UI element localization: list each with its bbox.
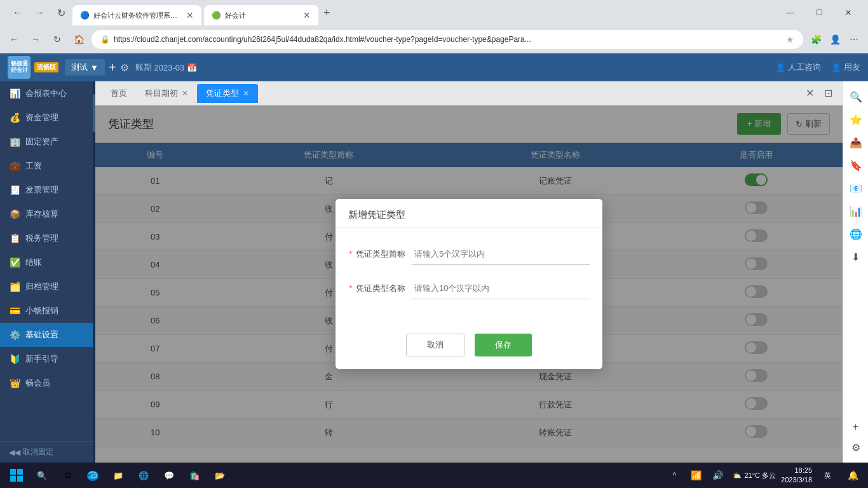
- sidebar-item-dashboard[interactable]: 📊 会报表中心: [0, 81, 95, 105]
- logo-badge-container: 流畅版: [34, 62, 58, 72]
- consultation-button[interactable]: 👤 人工咨询: [775, 62, 821, 73]
- tab1-close[interactable]: ✕: [186, 10, 194, 20]
- save-button[interactable]: 保存: [475, 334, 532, 356]
- new-tab-button[interactable]: +: [321, 6, 333, 20]
- sidebar-item-checkout[interactable]: ✅ 结账: [0, 250, 95, 274]
- maximize-button[interactable]: ☐: [804, 0, 834, 25]
- label-abbr-text: 凭证类型简称: [356, 249, 405, 259]
- home-nav[interactable]: 🏠: [70, 30, 88, 48]
- reload-nav[interactable]: ↻: [48, 30, 66, 48]
- close-button[interactable]: ✕: [834, 0, 863, 25]
- address-bar[interactable]: 🔒 https://cloud2.chanjet.com/accounting/…: [92, 30, 803, 49]
- edge-taskbar-button[interactable]: [81, 464, 104, 487]
- wages-icon: 💼: [9, 160, 20, 172]
- folder-button[interactable]: 📂: [208, 464, 231, 487]
- sidebar-item-capital[interactable]: 💰 资金管理: [0, 105, 95, 130]
- rs-add-icon[interactable]: +: [846, 417, 866, 437]
- lang-indicator[interactable]: 英: [817, 465, 837, 485]
- file-explorer-button[interactable]: 📁: [107, 464, 130, 487]
- browser-tab-2[interactable]: 🟢 好会计 ✕: [204, 5, 318, 25]
- search-taskbar-button[interactable]: 🔍: [31, 464, 53, 487]
- settings-icon: ⚙️: [9, 329, 20, 341]
- sidebar-item-label: 资金管理: [25, 112, 58, 123]
- sidebar-item-inventory[interactable]: 📦 库存核算: [0, 202, 95, 226]
- workspace-selector[interactable]: 测试 ▼: [65, 59, 105, 76]
- clock-date: 2023/3/18: [781, 475, 812, 485]
- svg-rect-2: [10, 476, 16, 482]
- tray-chevron-icon[interactable]: ^: [664, 465, 684, 485]
- edge-icon: [86, 469, 99, 482]
- network-icon[interactable]: 📶: [686, 465, 706, 485]
- star-icon[interactable]: ★: [786, 34, 794, 44]
- rs-search-icon[interactable]: 🔍: [846, 86, 866, 107]
- sidebar-item-label: 小畅报销: [25, 305, 58, 316]
- tab2-favicon: 🟢: [212, 11, 221, 20]
- sidebar-item-wages[interactable]: 💼 工资: [0, 154, 95, 178]
- wechat-button[interactable]: 💬: [158, 464, 180, 487]
- sidebar-item-archive[interactable]: 🗂️ 归档管理: [0, 274, 95, 299]
- input-abbr[interactable]: [412, 243, 590, 265]
- consultation-icon: 👤: [775, 63, 785, 72]
- rs-bookmark-icon[interactable]: 🔖: [846, 155, 866, 175]
- chrome-button[interactable]: 🌐: [132, 464, 155, 487]
- tab-voucher-type[interactable]: 凭证类型 ✕: [197, 84, 258, 103]
- logo-icon: 畅捷通好合计: [8, 56, 31, 79]
- rs-star-icon[interactable]: ⭐: [846, 109, 866, 130]
- weather-icon: ⛅: [733, 471, 742, 480]
- extensions-icon[interactable]: 🧩: [807, 30, 825, 48]
- sidebar-item-report[interactable]: 💳 小畅报销: [0, 299, 95, 323]
- profile-icon[interactable]: 👤: [826, 30, 844, 48]
- main-layout: 📊 会报表中心 💰 资金管理 🏢 固定资产 💼 工资 🧾 发票管理 📦 库存核算…: [0, 81, 868, 463]
- workspace-settings-button[interactable]: ⚙: [120, 62, 129, 74]
- start-button[interactable]: [5, 464, 28, 487]
- sidebar-item-guide[interactable]: 🔰 新手引导: [0, 347, 95, 371]
- sidebar-item-fixed-assets[interactable]: 🏢 固定资产: [0, 130, 95, 154]
- more-icon[interactable]: ⋯: [845, 30, 863, 48]
- user-icon: 👤: [831, 63, 841, 72]
- url-text: https://cloud2.chanjet.com/accounting/uh…: [114, 35, 782, 44]
- sidebar-item-settings[interactable]: ⚙️ 基础设置: [0, 323, 95, 347]
- volume-icon[interactable]: 🔊: [707, 465, 728, 485]
- tab-subject-close[interactable]: ✕: [182, 89, 188, 98]
- back-button[interactable]: ←: [9, 4, 27, 22]
- forward-button[interactable]: →: [31, 4, 48, 22]
- tab-subject-init[interactable]: 科目期初 ✕: [136, 84, 197, 103]
- back-nav[interactable]: ←: [5, 30, 23, 48]
- tab-home[interactable]: 首页: [102, 84, 136, 103]
- rs-translate-icon[interactable]: 🌐: [846, 224, 866, 244]
- add-workspace-button[interactable]: +: [109, 60, 116, 75]
- sidebar-item-tax[interactable]: 📋 税务管理: [0, 226, 95, 250]
- forward-nav[interactable]: →: [27, 30, 44, 48]
- clock[interactable]: 18:25 2023/3/18: [781, 466, 812, 485]
- rs-gear-icon[interactable]: ⚙: [846, 437, 866, 458]
- minimize-button[interactable]: —: [775, 0, 804, 25]
- label-name-text: 凭证类型名称: [356, 283, 405, 293]
- expand-button[interactable]: ⊡: [820, 86, 836, 100]
- tab2-title: 好会计: [225, 11, 246, 20]
- sidebar-item-invoice[interactable]: 🧾 发票管理: [0, 178, 95, 202]
- modal-body: * 凭证类型简称 * 凭证类型名称: [336, 228, 602, 327]
- cancel-button[interactable]: 取消: [406, 334, 465, 356]
- rs-share-icon[interactable]: 📤: [846, 132, 866, 152]
- modal-overlay[interactable]: 新增凭证类型 * 凭证类型简称 *: [95, 105, 843, 463]
- consultation-label: 人工咨询: [788, 62, 821, 73]
- unpin-label: 取消固定: [23, 447, 53, 458]
- user-button[interactable]: 👤 用友: [831, 62, 860, 73]
- tab-voucher-close[interactable]: ✕: [243, 89, 249, 98]
- unpin-button[interactable]: ◀◀ 取消固定: [0, 441, 95, 463]
- page-content: 凭证类型 + 新增 ↻ 刷新 编号 凭证类型简称 凭证类型名称: [95, 105, 843, 463]
- browser-tab-1[interactable]: 🔵 好会计云财务软件管理系统_会计 ✕: [72, 5, 201, 25]
- collapse-button[interactable]: ✕: [802, 86, 818, 100]
- tab2-close[interactable]: ✕: [303, 10, 311, 20]
- sidebar-item-member[interactable]: 👑 畅会员: [0, 371, 95, 395]
- task-view-button[interactable]: ⧉: [56, 464, 79, 487]
- rs-download-icon[interactable]: ⬇: [846, 247, 866, 267]
- notification-button[interactable]: 🔔: [843, 465, 863, 485]
- reload-button[interactable]: ↻: [52, 4, 70, 22]
- input-name[interactable]: [412, 278, 590, 299]
- store-button[interactable]: 🛍️: [183, 464, 206, 487]
- browser-chrome: ← → ↻ 🔵 好会计云财务软件管理系统_会计 ✕ 🟢 好会计 ✕ + — ☐ …: [0, 0, 868, 25]
- checkout-icon: ✅: [9, 257, 20, 268]
- rs-office-icon[interactable]: 📊: [846, 201, 866, 221]
- rs-outlook-icon[interactable]: 📧: [846, 178, 866, 198]
